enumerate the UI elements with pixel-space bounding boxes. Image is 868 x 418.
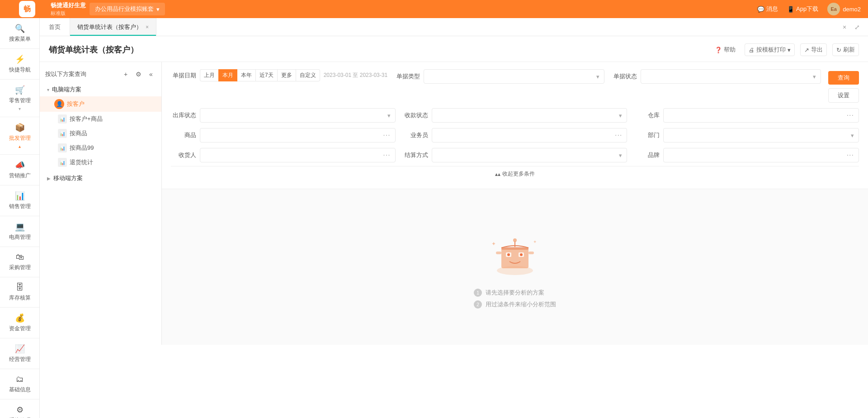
tab-maximize-btn[interactable]: ⤢	[852, 22, 863, 33]
sidebar-item-ecommerce[interactable]: 💻 电商管理	[0, 216, 39, 247]
brand-select[interactable]: ···	[663, 148, 859, 162]
collect-status-select[interactable]: ▾	[432, 108, 627, 123]
tab-close-all-btn[interactable]: ×	[839, 22, 850, 33]
operations-icon: 📈	[15, 344, 25, 354]
message-btn[interactable]: 💬 消息	[757, 5, 778, 13]
empty-tip-2: 2 用过滤条件来缩小分析范围	[474, 300, 556, 309]
date-btn-more[interactable]: 更多	[278, 69, 296, 81]
svg-point-6	[520, 253, 523, 256]
sidebar-item-inventory[interactable]: 🗄 库存核算	[0, 277, 39, 308]
refresh-label: 刷新	[843, 46, 855, 54]
company-name: 办公用品行业模拟账套	[95, 5, 154, 13]
warehouse-dots: ···	[847, 111, 854, 119]
salesperson-label: 业务员	[403, 131, 428, 139]
settings-btn[interactable]: 设置	[828, 88, 859, 103]
settlement-arrow: ▾	[619, 152, 622, 159]
help-label: 帮助	[724, 46, 736, 54]
svg-rect-9	[496, 252, 501, 254]
settlement-select[interactable]: ▾	[432, 148, 627, 162]
warehouse-label: 仓库	[634, 111, 660, 119]
date-btn-7days[interactable]: 近7天	[256, 69, 278, 81]
svg-rect-1	[501, 248, 528, 268]
department-label: 部门	[634, 131, 660, 139]
tree-group-desktop[interactable]: ▾ 电脑端方案	[40, 83, 161, 96]
sidebar-item-wholesale[interactable]: 📦 批发管理 ▴	[0, 117, 39, 155]
sub-icon-3: 📊	[58, 158, 67, 167]
add-scheme-btn[interactable]: +	[121, 69, 131, 79]
print-btn[interactable]: 🖨 按模板打印 ▾	[745, 43, 795, 56]
svg-text:✦: ✦	[533, 239, 537, 244]
sub-icon-1: 📊	[58, 129, 67, 138]
sidebar-label-inventory: 库存核算	[9, 294, 31, 302]
order-type-select[interactable]: ▾	[424, 69, 604, 84]
sidebar-item-quicknav[interactable]: ⚡ 快捷导航	[0, 49, 39, 80]
department-select[interactable]: ▾	[663, 128, 859, 142]
marketing-icon: 📣	[15, 160, 25, 170]
company-selector[interactable]: 办公用品行业模拟账套 ▾	[90, 3, 165, 15]
sidebar-item-operations[interactable]: 📈 经营管理	[0, 338, 39, 369]
sidebar-item-sales[interactable]: 📊 销售管理	[0, 185, 39, 216]
tree-active-item[interactable]: 👤 按客户	[40, 96, 161, 112]
sidebar-label-finance: 资金管理	[9, 325, 31, 332]
sidebar-item-search[interactable]: 🔍 搜索菜单	[0, 18, 39, 49]
receiver-label: 收货人	[171, 151, 196, 159]
export-btn[interactable]: ↗ 导出	[800, 43, 827, 56]
tab-close-btn[interactable]: ×	[146, 24, 149, 30]
sidebar-item-finance[interactable]: 💰 资金管理	[0, 308, 39, 338]
collapse-bar[interactable]: ▴▴ 收起更多条件	[171, 166, 859, 181]
tree-group-mobile[interactable]: ▶ 移动端方案	[40, 171, 161, 185]
retail-icon: 🛒	[15, 85, 25, 95]
empty-tip-1: 1 请先选择要分析的方案	[474, 289, 556, 297]
tree-sub-item-2[interactable]: 📊 按商品99	[40, 141, 161, 155]
date-btn-lastmonth[interactable]: 上月	[200, 69, 218, 81]
warehouse-select[interactable]: ···	[663, 108, 859, 123]
retail-expand-icon: ▾	[19, 106, 21, 111]
salesperson-dots: ···	[615, 131, 622, 139]
order-status-select[interactable]: ▾	[641, 69, 821, 84]
refresh-btn[interactable]: ↻ 刷新	[832, 43, 859, 56]
sidebar-label-search: 搜索菜单	[9, 35, 31, 43]
user-area[interactable]: Ea demo2	[827, 3, 861, 15]
export-label: 导出	[811, 46, 823, 54]
collapse-icon: «	[149, 71, 153, 78]
wholesale-icon: 📦	[15, 123, 25, 133]
goods-select[interactable]: ···	[200, 128, 396, 142]
basicinfo-icon: 🗂	[16, 375, 24, 384]
help-btn[interactable]: ❓ 帮助	[711, 44, 739, 56]
salesperson-select[interactable]: ···	[432, 128, 627, 142]
query-btn[interactable]: 查询	[828, 71, 859, 85]
svg-text:✦: ✦	[491, 241, 496, 247]
date-btn-thisyear[interactable]: 本年	[237, 69, 256, 81]
edit-scheme-btn[interactable]: ⚙	[133, 69, 143, 79]
department-arrow: ▾	[851, 132, 854, 139]
add-icon: +	[124, 71, 127, 78]
tree-sub-item-0[interactable]: 📊 按客户+商品	[40, 112, 161, 126]
tip-text-2: 用过滤条件来缩小分析范围	[486, 300, 556, 309]
out-status-select[interactable]: ▾	[200, 108, 396, 123]
sidebar-label-purchase: 采购管理	[9, 264, 31, 271]
quicknav-icon: ⚡	[15, 54, 25, 64]
tree-sub-item-1[interactable]: 📊 按商品	[40, 126, 161, 141]
brand-dots: ···	[847, 151, 854, 159]
sidebar-item-purchase[interactable]: 🛍 采购管理	[0, 247, 39, 277]
sidebar-label-retail: 零售管理	[9, 97, 31, 104]
app-download-btn[interactable]: 📱 App下载	[787, 5, 818, 13]
date-btn-custom[interactable]: 自定义	[296, 69, 320, 81]
collapse-panel-btn[interactable]: «	[146, 69, 156, 79]
tree-expand-icon: ▾	[47, 87, 49, 92]
receiver-dots: ···	[383, 151, 390, 159]
tab-bar: 首页 销货单统计表（按客户） × × ⤢	[40, 18, 868, 36]
sidebar-item-system[interactable]: ⚙ 系统管理	[0, 399, 39, 418]
sidebar-item-marketing[interactable]: 📣 营销推广	[0, 155, 39, 185]
left-panel-actions: + ⚙ «	[121, 69, 156, 79]
tree-desktop-label: 电脑端方案	[52, 86, 81, 94]
sidebar-item-retail[interactable]: 🛒 零售管理 ▾	[0, 80, 39, 117]
message-icon: 💬	[757, 6, 764, 13]
edit-icon: ⚙	[136, 71, 142, 78]
tab-active[interactable]: 销货单统计表（按客户） ×	[70, 18, 156, 36]
sidebar-item-basicinfo[interactable]: 🗂 基础信息	[0, 369, 39, 399]
date-btn-thismonth[interactable]: 本月	[218, 69, 237, 81]
receiver-select[interactable]: ···	[200, 148, 396, 162]
tree-sub-item-3[interactable]: 📊 退货统计	[40, 155, 161, 170]
tab-home[interactable]: 首页	[40, 18, 70, 36]
